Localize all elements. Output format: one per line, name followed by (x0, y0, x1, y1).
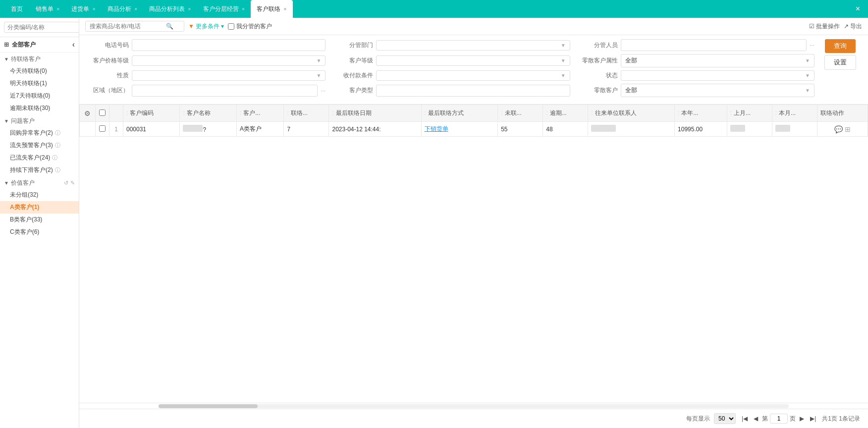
nav-tab-sales[interactable]: 销售单 × (30, 0, 65, 18)
col-settings[interactable]: ⚙ (80, 105, 96, 122)
select-all-checkbox[interactable] (99, 109, 106, 116)
price-grade-label: 客户价格等级 (89, 56, 129, 65)
last-page-btn[interactable]: ▶| (808, 414, 818, 423)
qr-action-icon[interactable]: ⊞ (845, 125, 851, 133)
per-page-select[interactable]: 50 (714, 413, 736, 424)
sidebar-item-tomorrow-contact[interactable]: 明天待联络(1) (0, 77, 79, 90)
my-customers-checkbox-label[interactable]: 我分管的客户 (228, 22, 272, 31)
price-grade-arrow: ▼ (316, 58, 321, 63)
sidebar-group-problem[interactable]: ▼ 问题客户 (0, 114, 79, 127)
row-settings-cell (80, 122, 96, 137)
nav-home[interactable]: 首页 (4, 0, 30, 18)
nature-label: 性质 (89, 71, 129, 80)
filter-settings-button[interactable]: 设置 (824, 55, 856, 70)
col-name[interactable]: :客户名称 (180, 105, 236, 122)
close-customer-contact-tab[interactable]: × (283, 0, 286, 18)
prev-page-btn[interactable]: ◀ (752, 414, 760, 423)
manager-input[interactable] (621, 39, 807, 51)
phone-input[interactable] (132, 39, 326, 51)
sidebar-collapse-btn[interactable]: ‹ (72, 40, 75, 49)
price-grade-select[interactable]: ▼ (132, 55, 326, 66)
col-contact-count[interactable]: :联络... (284, 105, 329, 122)
scroll-track (159, 404, 789, 408)
value-group-actions: ↺ ✎ (64, 180, 75, 186)
nav-tab-purchase[interactable]: 进货单 × (65, 0, 101, 18)
first-page-btn[interactable]: |◀ (740, 414, 750, 423)
retail-customer-select[interactable]: 全部 ▼ (621, 84, 814, 97)
sidebar-item-churned[interactable]: 已流失客户(24) ⓘ (0, 152, 79, 164)
row-checkbox[interactable] (99, 125, 106, 132)
page-number-input[interactable] (770, 414, 788, 424)
retail-attr-select[interactable]: 全部 ▼ (621, 54, 814, 67)
sidebar-item-churn-warning[interactable]: 流失预警客户(3) ⓘ (0, 139, 79, 152)
query-button[interactable]: 查询 (825, 39, 856, 53)
filter-search-input[interactable] (90, 23, 164, 30)
horizontal-scrollbar[interactable] (79, 403, 868, 409)
next-page-btn[interactable]: ▶ (798, 414, 806, 423)
manager-dots[interactable]: ··· (810, 42, 814, 49)
sidebar-item-today-contact[interactable]: 今天待联络(0) (0, 65, 79, 77)
edit-group-icon[interactable]: ✎ (70, 180, 75, 186)
col-overdue[interactable]: :逾期... (543, 105, 588, 122)
contact-method-link[interactable]: 下销货单 (425, 125, 448, 132)
col-customer-type[interactable]: :客户... (236, 105, 283, 122)
nav-tab-customer-layer[interactable]: 客户分层经营 × (197, 0, 251, 18)
sidebar-item-ungrouped[interactable]: 未分组(32) (0, 189, 79, 201)
table-settings-icon[interactable]: ⚙ (84, 109, 91, 117)
region-dots[interactable]: ··· (321, 87, 326, 94)
sidebar-item-declining[interactable]: 持续下滑客户(2) ⓘ (0, 164, 79, 176)
sidebar-item-a-class[interactable]: A类客户(1) (0, 201, 79, 214)
col-checkbox[interactable] (96, 105, 109, 122)
nav-tab-analysis[interactable]: 商品分析 × (102, 0, 143, 18)
customer-grade-select[interactable]: ▼ (376, 55, 570, 66)
batch-ops-btn[interactable]: ☑ 批量操作 (809, 22, 840, 31)
sidebar-group-value[interactable]: ▼ 价值客户 ↺ ✎ (0, 176, 79, 189)
region-input[interactable] (132, 85, 318, 97)
nature-select[interactable]: ▼ (132, 70, 326, 81)
col-no-contact[interactable]: :未联... (498, 105, 543, 122)
row-checkbox-cell[interactable] (96, 122, 109, 137)
sidebar-item-overdue-contact[interactable]: 逾期未联络(30) (0, 102, 79, 114)
filter-cell-customer-type: 客户类型 (329, 85, 574, 97)
filter-icon: ▼ (188, 23, 194, 30)
sidebar-search-input[interactable] (4, 22, 79, 33)
sidebar-item-repurchase-abnormal[interactable]: 回购异常客户(2) ⓘ (0, 127, 79, 139)
sidebar-item-c-class[interactable]: C类客户(6) (0, 226, 79, 238)
col-code[interactable]: :客户编码 (123, 105, 180, 122)
filter-search-icon[interactable]: 🔍 (166, 23, 173, 30)
customer-grade-arrow: ▼ (561, 58, 566, 63)
payment-select[interactable]: ▼ (376, 70, 570, 81)
info-icon-repurchase[interactable]: ⓘ (55, 129, 60, 137)
close-analysis-tab[interactable]: × (134, 0, 137, 18)
close-window-icon[interactable]: × (852, 4, 864, 13)
status-select[interactable]: ▼ (621, 70, 814, 81)
close-sales-tab[interactable]: × (56, 0, 59, 18)
close-analysis-list-tab[interactable]: × (188, 0, 191, 18)
refresh-group-icon[interactable]: ↺ (64, 180, 68, 186)
col-last-month[interactable]: :上月... (727, 105, 772, 122)
info-icon-declining[interactable]: ⓘ (55, 166, 60, 174)
nav-tab-customer-contact[interactable]: 客户联络 × (251, 0, 292, 18)
col-company-contact[interactable]: :往来单位联系人 (588, 105, 675, 122)
info-icon-churn-warning[interactable]: ⓘ (55, 142, 60, 149)
nav-tab-analysis-list[interactable]: 商品分析列表 × (143, 0, 197, 18)
export-btn[interactable]: ↗ 导出 (844, 22, 862, 31)
info-icon-churned[interactable]: ⓘ (52, 154, 57, 161)
row-name-cell: ? (180, 122, 236, 137)
sidebar-group-pending[interactable]: ▼ 待联络客户 (0, 53, 79, 65)
close-customer-layer-tab[interactable]: × (242, 0, 245, 18)
filter-more-btn[interactable]: ▼ 更多条件 ▾ (188, 22, 224, 31)
dept-select[interactable]: ▼ (376, 40, 570, 51)
customer-type-input[interactable] (376, 85, 570, 97)
col-this-year[interactable]: :本年... (675, 105, 727, 122)
col-this-month[interactable]: :本月... (772, 105, 817, 122)
scroll-thumb[interactable] (159, 404, 258, 408)
col-last-contact-date[interactable]: :最后联络日期 (329, 105, 421, 122)
row-overdue-cell: 48 (543, 122, 588, 137)
close-purchase-tab[interactable]: × (92, 0, 95, 18)
sidebar-item-b-class[interactable]: B类客户(33) (0, 214, 79, 226)
chat-action-icon[interactable]: 💬 (834, 125, 843, 133)
my-customers-checkbox[interactable] (228, 23, 234, 30)
sidebar-item-7day-contact[interactable]: 近7天待联络(0) (0, 90, 79, 102)
col-last-contact-method[interactable]: :最后联络方式 (421, 105, 498, 122)
